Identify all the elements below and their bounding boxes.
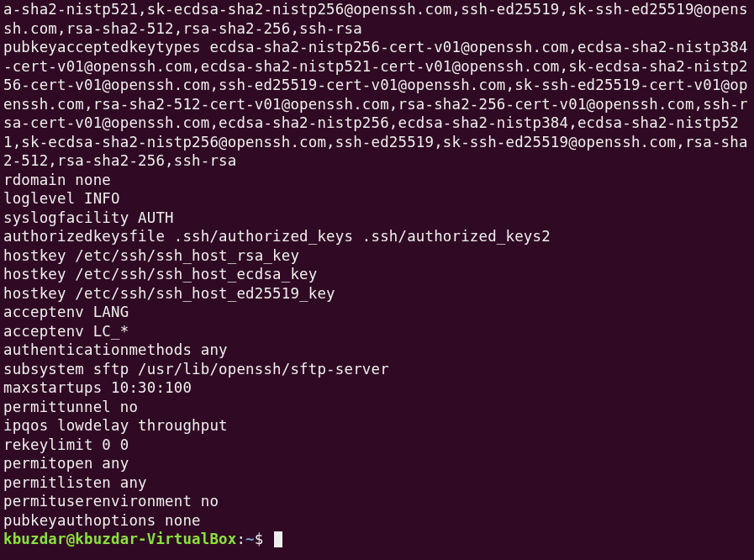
cursor bbox=[274, 531, 282, 547]
shell-prompt[interactable]: kbuzdar@kbuzdar-VirtualBox:~$ bbox=[3, 531, 272, 547]
prompt-path: ~ bbox=[245, 531, 255, 547]
terminal-output[interactable]: a-sha2-nistp521,sk-ecdsa-sha2-nistp256@o… bbox=[3, 0, 751, 530]
prompt-colon: : bbox=[236, 531, 245, 547]
prompt-dollar: $ bbox=[255, 531, 264, 547]
prompt-user-host: kbuzdar@kbuzdar-VirtualBox bbox=[3, 531, 236, 547]
